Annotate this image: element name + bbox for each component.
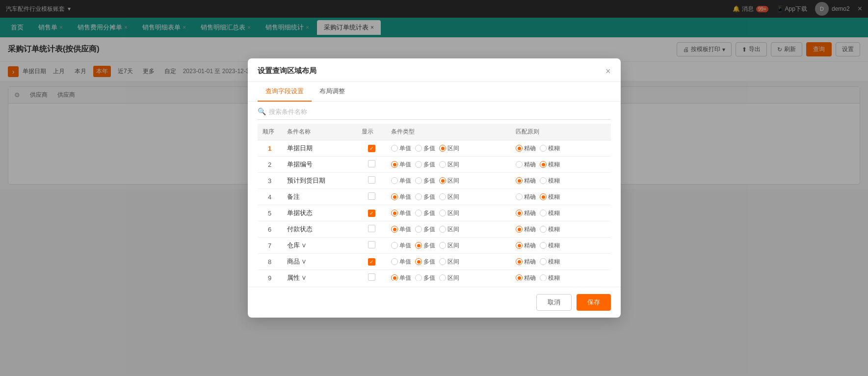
display-checkbox-1[interactable] xyxy=(368,160,375,167)
modal-overlay: 设置查询区域布局 × 查询字段设置 布局调整 🔍 顺序 条件名称 xyxy=(0,0,868,189)
row-name-2: 预计到货日期 xyxy=(282,173,357,189)
dialog-close-button[interactable]: × xyxy=(605,67,611,76)
radio-label-type-单值-1: 单值 xyxy=(399,161,411,169)
radio-circle-match-精确-1[interactable] xyxy=(516,161,523,168)
row-order-2: 3 xyxy=(268,177,271,185)
radio-match-精确-0[interactable]: 精确 xyxy=(516,144,536,153)
radio-label-match-模糊-0: 模糊 xyxy=(548,144,560,153)
radio-match-模糊-0[interactable]: 模糊 xyxy=(540,144,560,153)
table-row: 2 单据编号 单值 多值 区间 xyxy=(258,157,611,173)
radio-circle-type-单值-2[interactable] xyxy=(391,177,398,184)
radio-circle-type-单值-0[interactable] xyxy=(391,145,398,152)
radio-type-多值-1[interactable]: 多值 xyxy=(415,161,435,169)
radio-label-type-区间-0: 区间 xyxy=(447,144,459,153)
row-name-0: 单据日期 xyxy=(282,140,357,157)
radio-label-type-区间-2: 区间 xyxy=(447,177,459,185)
radio-label-match-模糊-1: 模糊 xyxy=(548,161,560,169)
radio-type-单值-2[interactable]: 单值 xyxy=(391,177,411,185)
radio-type-区间-1[interactable]: 区间 xyxy=(439,161,459,169)
th-name: 条件名称 xyxy=(282,124,357,140)
radio-circle-type-区间-1[interactable] xyxy=(439,161,446,168)
radio-circle-match-精确-0[interactable] xyxy=(516,145,523,152)
dialog-header: 设置查询区域布局 × xyxy=(248,58,621,82)
th-display: 显示 xyxy=(357,124,386,140)
radio-label-type-多值-2: 多值 xyxy=(423,177,435,185)
dialog-tab-query[interactable]: 查询字段设置 xyxy=(258,82,312,102)
radio-circle-type-多值-2[interactable] xyxy=(415,177,422,184)
radio-type-单值-0[interactable]: 单值 xyxy=(391,144,411,153)
match-radio-group-2: 精确 模糊 xyxy=(516,177,605,185)
th-order: 顺序 xyxy=(258,124,282,140)
radio-label-match-精确-0: 精确 xyxy=(524,144,536,153)
display-checkbox-2[interactable] xyxy=(368,176,375,184)
row-order-1: 2 xyxy=(268,161,271,168)
settings-dialog: 设置查询区域布局 × 查询字段设置 布局调整 🔍 顺序 条件名称 xyxy=(248,58,621,189)
radio-label-match-精确-1: 精确 xyxy=(524,161,536,169)
radio-match-模糊-2[interactable]: 模糊 xyxy=(540,177,560,185)
radio-type-区间-0[interactable]: 区间 xyxy=(439,144,459,153)
th-type: 条件类型 xyxy=(386,124,511,140)
dialog-body: 🔍 顺序 条件名称 显示 条件类型 匹配原则 xyxy=(248,102,621,189)
table-row: 1 单据日期 单值 多值 区间 xyxy=(258,140,611,157)
type-radio-group-1: 单值 多值 区间 xyxy=(391,161,506,169)
table-row: 3 预计到货日期 单值 多值 区间 xyxy=(258,173,611,189)
radio-circle-type-多值-0[interactable] xyxy=(415,145,422,152)
radio-label-type-区间-1: 区间 xyxy=(447,161,459,169)
radio-label-match-模糊-2: 模糊 xyxy=(548,177,560,185)
radio-match-模糊-1[interactable]: 模糊 xyxy=(540,161,560,169)
radio-match-精确-1[interactable]: 精确 xyxy=(516,161,536,169)
radio-circle-type-区间-2[interactable] xyxy=(439,177,446,184)
th-match: 匹配原则 xyxy=(511,124,610,140)
type-radio-group-2: 单值 多值 区间 xyxy=(391,177,506,185)
radio-circle-type-单值-1[interactable] xyxy=(391,161,398,168)
radio-label-type-多值-0: 多值 xyxy=(423,144,435,153)
radio-circle-match-模糊-2[interactable] xyxy=(540,177,547,184)
radio-label-type-单值-0: 单值 xyxy=(399,144,411,153)
search-row: 🔍 xyxy=(258,107,611,120)
row-name-3: 备注 xyxy=(282,189,357,190)
table-header-row: 顺序 条件名称 显示 条件类型 匹配原则 xyxy=(258,124,611,140)
radio-label-type-多值-1: 多值 xyxy=(423,161,435,169)
radio-circle-match-模糊-1[interactable] xyxy=(540,161,547,168)
table-row: 4 备注 单值 多值 区间 xyxy=(258,189,611,190)
radio-type-多值-0[interactable]: 多值 xyxy=(415,144,435,153)
settings-table: 顺序 条件名称 显示 条件类型 匹配原则 1 单据日期 单值 xyxy=(258,124,611,189)
radio-circle-match-精确-2[interactable] xyxy=(516,177,523,184)
display-checkbox-0[interactable] xyxy=(368,145,375,152)
radio-match-精确-2[interactable]: 精确 xyxy=(516,177,536,185)
radio-circle-type-区间-0[interactable] xyxy=(439,145,446,152)
search-icon: 🔍 xyxy=(258,107,266,115)
radio-label-match-精确-2: 精确 xyxy=(524,177,536,185)
radio-circle-type-多值-1[interactable] xyxy=(415,161,422,168)
dialog-tab-layout[interactable]: 布局调整 xyxy=(312,82,353,102)
radio-type-区间-2[interactable]: 区间 xyxy=(439,177,459,185)
match-radio-group-1: 精确 模糊 xyxy=(516,161,605,169)
search-input[interactable] xyxy=(269,108,367,115)
row-order-0: 1 xyxy=(268,145,271,152)
settings-table-scroll: 顺序 条件名称 显示 条件类型 匹配原则 1 单据日期 单值 xyxy=(258,124,611,189)
dialog-tabs: 查询字段设置 布局调整 xyxy=(248,82,621,102)
match-radio-group-0: 精确 模糊 xyxy=(516,144,605,153)
radio-type-单值-1[interactable]: 单值 xyxy=(391,161,411,169)
radio-circle-match-模糊-0[interactable] xyxy=(540,145,547,152)
radio-type-多值-2[interactable]: 多值 xyxy=(415,177,435,185)
type-radio-group-0: 单值 多值 区间 xyxy=(391,144,506,153)
dialog-title: 设置查询区域布局 xyxy=(258,66,316,76)
row-name-1: 单据编号 xyxy=(282,157,357,173)
radio-label-type-单值-2: 单值 xyxy=(399,177,411,185)
